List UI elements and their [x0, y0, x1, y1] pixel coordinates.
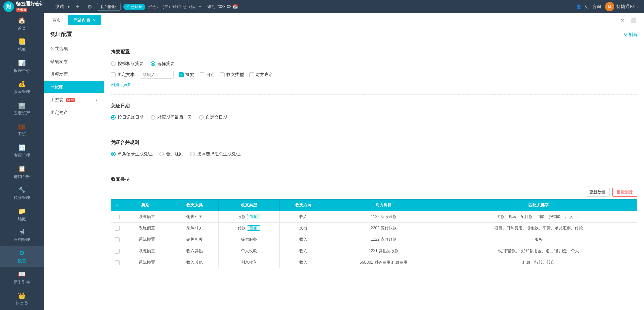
- row-category: 系统预置: [123, 257, 171, 268]
- radio-circle-custom-date: [199, 115, 204, 120]
- add-icon[interactable]: +: [73, 2, 82, 11]
- row-check-4[interactable]: [115, 249, 120, 254]
- refresh-button[interactable]: ↻ 刷新: [624, 32, 637, 38]
- sub-nav-public[interactable]: 公共选项: [44, 42, 104, 55]
- human-service[interactable]: 👤 人工咨询: [576, 4, 601, 10]
- radio-merge-rules[interactable]: 合并规则: [159, 151, 183, 157]
- row-check-1[interactable]: [115, 215, 120, 219]
- close-window-icon[interactable]: ✕: [618, 16, 627, 24]
- sidebar-item-sales[interactable]: 📋 进销台账: [0, 162, 44, 183]
- row-direction: 收入: [280, 245, 327, 257]
- gear-icon[interactable]: ⚙: [85, 2, 94, 11]
- row-check-2[interactable]: [115, 226, 120, 231]
- radio-circle-select: [151, 61, 155, 66]
- member-icon: 👑: [18, 292, 26, 299]
- row-checkbox[interactable]: [111, 234, 123, 245]
- merge-rules-section: 凭证合并规则 单条记录生成凭证 合并规则 按照选择汇总生成凭证: [111, 140, 637, 168]
- sidebar-item-tax[interactable]: 🔧 税务管理: [0, 183, 44, 204]
- topbar: 财 畅捷通好会计 专业版 测试 ▼ + ⚙ 切到旧版 ✓ 已认证 好会计（专）+…: [0, 0, 644, 13]
- top-tag-1[interactable]: 置顶: [247, 214, 260, 219]
- new-badge: NEW: [66, 98, 75, 102]
- sub-nav-journal[interactable]: 日记账: [44, 81, 104, 93]
- sidebar-item-guide[interactable]: 📖 新手引导: [0, 267, 44, 288]
- row-checkbox[interactable]: [111, 245, 123, 257]
- sidebar-item-close[interactable]: 📁 结账: [0, 204, 44, 225]
- sub-nav-fixed-assets[interactable]: 固定资产: [44, 106, 104, 119]
- sub-nav-payroll[interactable]: 工资表 NEW ▾: [44, 93, 104, 106]
- user-profile[interactable]: 畅 畅捷通B组...: [605, 2, 641, 11]
- env-label: 测试: [55, 4, 64, 10]
- sidebar-item-ledger[interactable]: 📒 总账: [0, 35, 44, 56]
- radio-select-summary[interactable]: 选择摘要: [151, 61, 175, 67]
- maximize-window-icon[interactable]: ⬜: [629, 16, 637, 24]
- sidebar-item-invoice[interactable]: 🧾 发票管理: [0, 141, 44, 162]
- calendar-icon[interactable]: 📅: [233, 4, 238, 9]
- tab-home[interactable]: 首页: [47, 15, 67, 25]
- summary-section-title: 摘要配置: [111, 49, 637, 55]
- row-account: 1122 应收账款: [327, 234, 440, 245]
- update-count-button[interactable]: 更新数量: [585, 188, 610, 197]
- row-checkbox[interactable]: [111, 223, 123, 234]
- sidebar-item-home[interactable]: 🏠 首页: [0, 13, 44, 35]
- switch-version-button[interactable]: 切到旧版: [97, 3, 121, 11]
- sidebar-item-reports[interactable]: 📊 报表中心: [0, 56, 44, 77]
- tab-voucher-label: 凭证配置: [73, 17, 91, 23]
- row-checkbox[interactable]: [111, 257, 123, 268]
- top-tag-2[interactable]: 置顶: [247, 225, 260, 231]
- env-dropdown[interactable]: ▼: [67, 5, 70, 9]
- row-check-3[interactable]: [115, 237, 120, 242]
- tab-voucher-config[interactable]: 凭证配置 ✕: [68, 15, 101, 25]
- radio-summary-generate[interactable]: 按照选择汇总生成凭证: [190, 151, 241, 157]
- tab-close-icon[interactable]: ✕: [93, 18, 96, 23]
- topbar-right: 👤 人工咨询 畅 畅捷通B组...: [576, 2, 641, 11]
- sidebar: 🏠 首页 📒 总账 📊 报表中心 💰 资金管理 🏢 固定资产 💼 工资 🧾 发票…: [0, 13, 44, 310]
- radio-single-record[interactable]: 单条记录生成凭证: [111, 151, 153, 157]
- home-icon: 🏠: [18, 17, 26, 24]
- sidebar-item-salary[interactable]: 💼 工资: [0, 119, 44, 141]
- income-expense-table: ✓ 类别 ↓ 收支大类 收支类型 收支方向 对方科目 匹配关键字: [111, 199, 637, 268]
- row-sub-type: 付款 置顶: [218, 223, 280, 234]
- sidebar-label-tax: 税务管理: [14, 195, 30, 201]
- page-title: 凭证配置: [50, 31, 72, 38]
- sidebar-item-funds[interactable]: 💰 资金管理: [0, 77, 44, 98]
- radio-period-last-day[interactable]: 对应期间最后一天: [151, 114, 192, 120]
- content-area: 首页 凭证配置 ✕ ✕ ⬜ 凭证配置 ↻ 刷新 公共选项: [44, 13, 644, 310]
- sub-nav-purchase-invoice[interactable]: 进项发票: [44, 68, 104, 81]
- checkbox-summary[interactable]: ✓ 摘要: [179, 72, 194, 78]
- sidebar-item-archive[interactable]: 🗄 归档管理: [0, 225, 44, 246]
- checkbox-fixed-text[interactable]: 固定文本: [111, 72, 135, 78]
- certified-icon: ✓: [126, 4, 129, 9]
- expand-icon: ▾: [95, 98, 97, 102]
- col-checkbox-header[interactable]: ✓: [111, 200, 123, 211]
- summary-example: 例如：摘要: [111, 82, 637, 88]
- row-check-5[interactable]: [115, 260, 120, 265]
- app-logo: 财 畅捷通好会计 专业版: [3, 1, 47, 12]
- col-keywords: 匹配关键字: [440, 200, 637, 211]
- row-main-type: 收入其他: [171, 257, 218, 268]
- sidebar-label-salary: 工资: [18, 131, 26, 137]
- radio-template-summary[interactable]: 按模板版摘要: [111, 61, 144, 67]
- batch-delete-button[interactable]: 批量删除: [612, 188, 637, 197]
- row-keywords: 服务: [440, 234, 637, 245]
- row-keywords: 项目、日常费用、报销款、车费、承兑汇票、付款: [440, 223, 637, 234]
- window-controls: ✕ ⬜: [618, 16, 641, 24]
- radio-journal-date[interactable]: 按日记账日期: [111, 114, 144, 120]
- fixed-text-input[interactable]: [140, 71, 174, 79]
- row-checkbox[interactable]: [111, 211, 123, 223]
- sub-nav-sales-invoice[interactable]: 销项发票: [44, 55, 104, 68]
- sidebar-item-assets[interactable]: 🏢 固定资产: [0, 98, 44, 119]
- select-all-checkbox[interactable]: ✓: [115, 203, 120, 208]
- row-main-type: 销售相关: [171, 211, 218, 223]
- radio-custom-date[interactable]: 自定义日期: [199, 114, 227, 120]
- checkbox-date[interactable]: 日期: [200, 72, 215, 78]
- checkbox-counterpart[interactable]: 对方户名: [249, 72, 273, 78]
- tax-icon: 🔧: [18, 186, 26, 194]
- sidebar-item-member[interactable]: 👑 畅会员: [0, 288, 44, 310]
- sidebar-item-settings[interactable]: ⚙ 设置: [0, 246, 44, 267]
- tab-home-label: 首页: [52, 17, 61, 23]
- checkbox-income-type[interactable]: 收支类型: [220, 72, 244, 78]
- table-row: 系统预置 采购相关 付款 置顶 支出 2202 应付账款 项目、日常费用、报销款…: [111, 223, 637, 234]
- row-category: 系统预置: [123, 245, 171, 257]
- checkbox-box-date: [200, 72, 204, 77]
- voucher-date-title: 凭证日期: [111, 103, 637, 109]
